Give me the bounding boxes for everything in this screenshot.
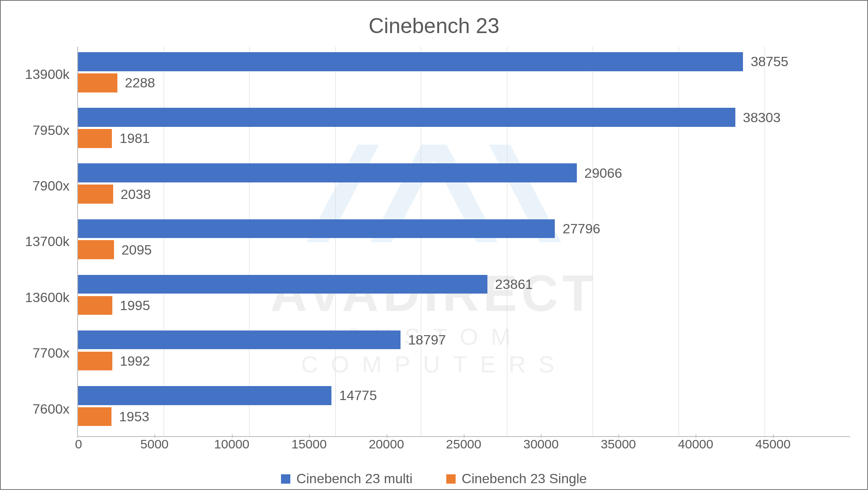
bar-single: 2095 <box>78 240 114 259</box>
x-axis: 0500010000150002000025000300003500040000… <box>77 437 850 454</box>
bar-multi: 38755 <box>78 52 743 71</box>
bar-value-single: 1992 <box>120 353 150 369</box>
y-axis-label: 13700k <box>18 214 77 269</box>
chart-title: Cinebench 23 <box>18 14 850 38</box>
bar-value-single: 2288 <box>125 75 155 91</box>
bar-group: 290662038 <box>78 158 850 213</box>
bar-multi: 29066 <box>78 163 577 182</box>
bar-group: 238611995 <box>78 269 850 325</box>
legend-swatch-multi-icon <box>281 474 290 484</box>
bar-value-multi: 27796 <box>562 221 600 236</box>
bar-value-multi: 23861 <box>495 276 533 292</box>
bar-group: 387552288 <box>78 47 850 102</box>
plot-area: 3875522883830319812906620382779620952386… <box>77 47 850 437</box>
bar-value-multi: 18797 <box>408 332 446 348</box>
y-axis-label: 7950x <box>18 102 77 158</box>
x-axis-tick: 15000 <box>292 437 327 451</box>
y-axis-label: 13900k <box>18 47 77 102</box>
x-axis-tick: 35000 <box>601 437 636 451</box>
bar-group: 187971992 <box>78 325 850 381</box>
bar-value-multi: 29066 <box>584 165 622 181</box>
chart-frame: AVADIRECT CUSTOM COMPUTERS Cinebench 23 … <box>0 0 868 490</box>
chart-body: 13900k7950x7900x13700k13600k7700x7600x 3… <box>18 47 850 437</box>
bar-value-single: 1981 <box>120 131 150 146</box>
bar-single: 1992 <box>78 352 112 371</box>
x-axis-tick: 5000 <box>140 437 169 451</box>
legend-item-single: Cinebench 23 Single <box>446 471 587 487</box>
y-axis-labels: 13900k7950x7900x13700k13600k7700x7600x <box>18 47 77 437</box>
legend-label-multi: Cinebench 23 multi <box>296 471 412 487</box>
bar-group: 147751953 <box>78 381 850 436</box>
bar-multi: 14775 <box>78 386 331 405</box>
bar-group: 383031981 <box>78 102 850 158</box>
bar-single: 1953 <box>78 407 111 426</box>
bar-value-single: 2095 <box>122 242 152 258</box>
bar-multi: 38303 <box>78 108 735 127</box>
bar-single: 2288 <box>78 73 117 92</box>
bar-single: 2038 <box>78 185 113 204</box>
x-axis-tick: 30000 <box>523 437 559 451</box>
x-axis-tick: 45000 <box>755 437 790 451</box>
y-axis-label: 7700x <box>18 325 77 381</box>
bar-value-single: 1953 <box>119 409 149 425</box>
bar-single: 1981 <box>78 129 112 148</box>
y-axis-label: 13600k <box>18 270 77 325</box>
bar-group: 277962095 <box>78 213 850 269</box>
legend-swatch-single-icon <box>446 474 456 484</box>
bar-single: 1995 <box>78 296 112 315</box>
y-axis-label: 7900x <box>18 158 77 214</box>
bar-value-single: 2038 <box>121 186 151 202</box>
bar-rows: 3875522883830319812906620382779620952386… <box>78 47 850 436</box>
bar-multi: 27796 <box>78 219 555 238</box>
legend-label-single: Cinebench 23 Single <box>462 471 587 487</box>
legend: Cinebench 23 multi Cinebench 23 Single <box>18 471 850 487</box>
y-axis-label: 7600x <box>18 381 77 437</box>
x-axis-tick: 25000 <box>446 437 481 451</box>
bar-value-multi: 38303 <box>743 109 781 125</box>
x-axis-tick: 0 <box>75 437 82 451</box>
bar-value-single: 1995 <box>120 297 150 313</box>
x-axis-tick: 40000 <box>678 437 713 451</box>
x-axis-tick: 20000 <box>369 437 404 451</box>
bar-value-multi: 38755 <box>751 54 788 70</box>
bar-multi: 23861 <box>78 275 487 294</box>
bar-multi: 18797 <box>78 330 401 350</box>
x-axis-tick: 10000 <box>214 437 249 451</box>
bar-value-multi: 14775 <box>339 388 377 403</box>
legend-item-multi: Cinebench 23 multi <box>281 471 412 487</box>
